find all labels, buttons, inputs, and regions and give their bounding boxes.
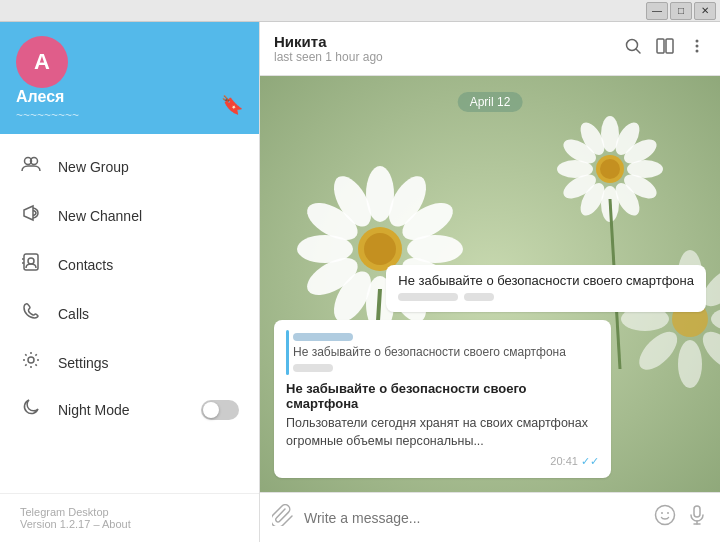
chat-name: Никита [274, 33, 383, 50]
svg-point-57 [661, 512, 663, 514]
sidebar: А Алеся ~~~~~~~~~ 🔖 New Group [0, 22, 260, 542]
svg-point-6 [28, 357, 34, 363]
new-channel-icon [20, 203, 42, 228]
more-icon[interactable] [688, 37, 706, 60]
chat-header-info: Никита last seen 1 hour ago [274, 33, 383, 64]
avatar: А [16, 36, 68, 88]
night-mode-row: Night Mode [0, 387, 259, 432]
message-title: Не забывайте о безопасности своего смарт… [286, 381, 599, 411]
sidebar-item-new-group[interactable]: New Group [0, 142, 259, 191]
new-group-label: New Group [58, 159, 239, 175]
svg-point-3 [28, 258, 34, 264]
read-receipt-icon: ✓✓ [581, 455, 599, 467]
svg-rect-59 [694, 506, 700, 517]
input-right-icons [654, 504, 708, 531]
calls-label: Calls [58, 306, 239, 322]
svg-line-8 [636, 49, 640, 53]
chat-area: Никита last seen 1 hour ago [260, 22, 720, 542]
svg-rect-9 [657, 39, 664, 53]
sidebar-item-calls[interactable]: Calls [0, 289, 259, 338]
svg-point-12 [696, 45, 699, 48]
app-body: А Алеся ~~~~~~~~~ 🔖 New Group [0, 22, 720, 542]
toggle-knob [203, 402, 219, 418]
minimize-button[interactable]: — [646, 2, 668, 20]
svg-point-58 [667, 512, 669, 514]
attach-icon[interactable] [272, 504, 294, 531]
settings-label: Settings [58, 355, 239, 371]
contacts-icon [20, 252, 42, 277]
quote-bar [286, 330, 289, 375]
message-body: Пользователи сегодня хранят на своих сма… [286, 414, 599, 452]
blurred-line-2 [464, 293, 494, 301]
svg-rect-10 [666, 39, 673, 53]
username-sub: ~~~~~~~~~ [16, 108, 79, 122]
titlebar: — □ ✕ [0, 0, 720, 22]
sidebar-item-new-channel[interactable]: New Channel [0, 191, 259, 240]
night-mode-icon [20, 397, 42, 422]
chat-status: last seen 1 hour ago [274, 50, 383, 64]
night-mode-label: Night Mode [58, 402, 185, 418]
sidebar-header: А Алеся ~~~~~~~~~ 🔖 [0, 22, 259, 134]
bookmark-icon[interactable]: 🔖 [221, 94, 243, 116]
chat-input-bar [260, 492, 720, 542]
chat-messages: April 12 Не забывайте о безопасности сво… [260, 76, 720, 492]
message-input[interactable] [304, 510, 644, 526]
emoji-icon[interactable] [654, 504, 676, 531]
blurred-line-1 [398, 293, 458, 301]
chat-header-icons [624, 37, 706, 60]
night-mode-toggle[interactable] [201, 400, 239, 420]
message-incoming: Не забывайте о безопасности своего смарт… [274, 320, 611, 478]
sidebar-menu: New Group New Channel [0, 134, 259, 493]
messages-container: Не забывайте о безопасности своего смарт… [260, 76, 720, 492]
quoted-link-blurred [293, 364, 333, 372]
chat-header: Никита last seen 1 hour ago [260, 22, 720, 76]
sidebar-item-settings[interactable]: Settings [0, 338, 259, 387]
sidebar-item-contacts[interactable]: Contacts [0, 240, 259, 289]
svg-point-56 [656, 506, 675, 525]
microphone-icon[interactable] [686, 504, 708, 531]
svg-point-13 [696, 50, 699, 53]
close-button[interactable]: ✕ [694, 2, 716, 20]
message-text-short: Не забывайте о безопасности своего смарт… [398, 273, 694, 288]
settings-icon [20, 350, 42, 375]
columns-icon[interactable] [656, 37, 674, 60]
contacts-label: Contacts [58, 257, 239, 273]
footer-app-name: Telegram Desktop [20, 506, 239, 518]
quoted-text: Не забывайте о безопасности своего смарт… [293, 345, 566, 361]
new-group-icon [20, 154, 42, 179]
message-time: 20:41 ✓✓ [286, 455, 599, 468]
sidebar-footer: Telegram Desktop Version 1.2.17 – About [0, 493, 259, 542]
maximize-button[interactable]: □ [670, 2, 692, 20]
sender-name-blurred [293, 333, 353, 341]
footer-version[interactable]: Version 1.2.17 – About [20, 518, 239, 530]
search-icon[interactable] [624, 37, 642, 60]
svg-point-11 [696, 40, 699, 43]
username: Алеся [16, 88, 79, 106]
new-channel-label: New Channel [58, 208, 239, 224]
calls-icon [20, 301, 42, 326]
message-outgoing: Не забывайте о безопасности своего смарт… [386, 265, 706, 312]
